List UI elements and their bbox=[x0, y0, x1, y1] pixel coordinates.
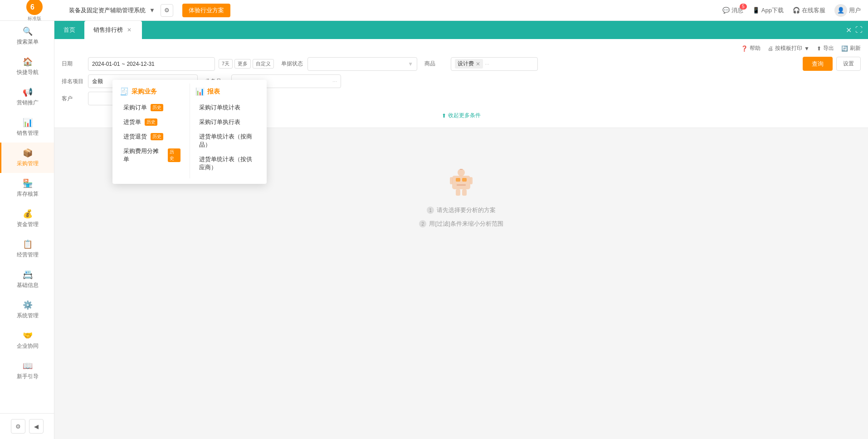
tab-sales-rank[interactable]: 销售排行榜 ✕ bbox=[84, 21, 142, 39]
headset-icon: 🎧 bbox=[793, 7, 800, 14]
sidebar-item-system[interactable]: ⚙️ 系统管理 bbox=[0, 295, 54, 325]
menu-item-purchase-fee[interactable]: 采购费用分摊单 历史 bbox=[120, 144, 184, 167]
sidebar-item-label-guide: 新手引导 bbox=[17, 373, 39, 380]
sidebar-item-label-search: 搜索菜单 bbox=[17, 38, 39, 46]
sidebar-collapse-button[interactable]: ◀ bbox=[29, 419, 44, 434]
menu-item-po-stats[interactable]: 采购订单统计表 bbox=[195, 100, 260, 115]
menu-item-po-execution[interactable]: 采购订单执行表 bbox=[195, 115, 260, 129]
sidebar-item-marketing[interactable]: 📢 营销推广 bbox=[0, 82, 54, 112]
empty-tip-2: 2 用[过滤]条件来缩小分析范围 bbox=[419, 220, 503, 228]
svg-rect-4 bbox=[457, 184, 466, 186]
popup-divider bbox=[190, 84, 190, 178]
date-more-btn[interactable]: 更多 bbox=[234, 59, 251, 69]
menu-item-receive-by-supplier[interactable]: 进货单统计表（按供应商） bbox=[195, 152, 260, 175]
menu-item-purchase-return[interactable]: 进货退货 历史 bbox=[120, 129, 184, 144]
goods-tag: 设计费 ✕ bbox=[455, 59, 483, 69]
history-badge-2: 历史 bbox=[145, 118, 157, 126]
experience-button[interactable]: 体验行业方案 bbox=[182, 4, 230, 17]
base-icon: 📇 bbox=[23, 270, 33, 280]
goods-input[interactable]: 设计费 ✕ ··· bbox=[451, 57, 538, 71]
sidebar-item-nav[interactable]: 🏠 快捷导航 bbox=[0, 51, 54, 82]
sidebar-item-label-nav: 快捷导航 bbox=[17, 69, 39, 76]
svg-rect-10 bbox=[460, 169, 463, 170]
tab-home[interactable]: 首页 bbox=[54, 21, 84, 39]
sidebar-item-inventory[interactable]: 🏪 库存核算 bbox=[0, 173, 54, 203]
svg-rect-6 bbox=[470, 177, 473, 184]
query-button[interactable]: 查询 bbox=[803, 57, 833, 71]
status-dropdown-icon: ▼ bbox=[408, 61, 413, 67]
goods-more-icon[interactable]: ··· bbox=[485, 61, 489, 67]
purchase-section-title: 🧾 采购业务 bbox=[120, 87, 184, 96]
home-icon: 🏠 bbox=[23, 57, 33, 67]
print-button[interactable]: 🖨 按模板打印 ▼ bbox=[768, 44, 809, 52]
sidebar-item-label-marketing: 营销推广 bbox=[17, 99, 39, 107]
logo-area: 6 标准版 bbox=[7, 0, 62, 22]
sidebar-item-coop[interactable]: 🤝 企业协同 bbox=[0, 325, 54, 355]
filter-row-1: 日期 2024-01-01 ~ 2024-12-31 7天 更多 自定义 bbox=[62, 57, 861, 71]
finance-icon: 💰 bbox=[23, 209, 33, 219]
status-input[interactable]: ▼ bbox=[307, 57, 417, 71]
tab-close-icon[interactable]: ✕ bbox=[126, 26, 133, 34]
user-button[interactable]: 👤 用户 bbox=[834, 4, 861, 17]
tab-close-all-button[interactable]: ✕ bbox=[846, 26, 852, 35]
sidebar-settings-button[interactable]: ⚙ bbox=[11, 419, 25, 434]
sidebar: 🔍 搜索菜单 🏠 快捷导航 📢 营销推广 📊 销售管理 📦 采购管理 🏪 库存核… bbox=[0, 21, 54, 439]
salesman-more-icon[interactable]: ··· bbox=[332, 78, 337, 84]
goods-tag-close[interactable]: ✕ bbox=[476, 61, 480, 67]
app-download-button[interactable]: 📱 App下载 bbox=[752, 6, 784, 15]
sidebar-item-finance[interactable]: 💰 资金管理 bbox=[0, 203, 54, 234]
sidebar-item-search[interactable]: 🔍 搜索菜单 bbox=[0, 21, 54, 51]
refresh-button[interactable]: 🔄 刷新 bbox=[841, 44, 861, 52]
purchase-business-section: 🧾 采购业务 采购订单 历史 进货单 历史 进货退货 bbox=[116, 84, 188, 178]
print-dropdown-icon[interactable]: ▼ bbox=[804, 45, 809, 52]
sidebar-item-guide[interactable]: 📖 新手引导 bbox=[0, 355, 54, 386]
menu-item-receive-by-goods[interactable]: 进货单统计表（按商品） bbox=[195, 129, 260, 152]
print-label: 按模板打印 bbox=[775, 44, 802, 52]
sidebar-item-label-base: 基础信息 bbox=[17, 281, 39, 289]
user-avatar: 👤 bbox=[834, 4, 847, 17]
sidebar-item-operation[interactable]: 📋 经营管理 bbox=[0, 234, 54, 264]
sales-icon: 📊 bbox=[23, 118, 33, 128]
print-icon: 🖨 bbox=[768, 45, 773, 52]
tab-sales-rank-label: 销售排行榜 bbox=[93, 26, 123, 34]
date-custom-btn[interactable]: 自定义 bbox=[253, 59, 274, 69]
sidebar-item-sales[interactable]: 📊 销售管理 bbox=[0, 112, 54, 143]
filter-date: 日期 2024-01-01 ~ 2024-12-31 7天 更多 自定义 bbox=[62, 57, 274, 71]
online-service-button[interactable]: 🎧 在线客服 bbox=[793, 6, 825, 15]
menu-item-purchase-receive[interactable]: 进货单 历史 bbox=[120, 115, 184, 129]
sidebar-item-purchase[interactable]: 📦 采购管理 bbox=[0, 143, 54, 173]
tab-home-label: 首页 bbox=[63, 26, 75, 34]
system-icon: ⚙️ bbox=[23, 300, 33, 310]
system-title-area: 装备及固定资产辅助管理系统 ▼ ⚙ 体验行业方案 bbox=[69, 4, 230, 17]
purchase-icon: 📦 bbox=[23, 148, 33, 158]
export-label: 导出 bbox=[823, 44, 834, 52]
top-header: 6 标准版 装备及固定资产辅助管理系统 ▼ ⚙ 体验行业方案 💬 消息 5 📱 … bbox=[0, 0, 868, 21]
setting-button[interactable]: 设置 bbox=[836, 57, 861, 71]
sidebar-item-label-inventory: 库存核算 bbox=[17, 190, 39, 198]
operation-icon: 📋 bbox=[23, 239, 33, 249]
coop-icon: 🤝 bbox=[23, 330, 33, 340]
menu-item-purchase-order[interactable]: 采购订单 历史 bbox=[120, 100, 184, 115]
tab-maximize-button[interactable]: ⛶ bbox=[855, 26, 863, 34]
help-label: 帮助 bbox=[750, 44, 761, 52]
sidebar-bottom: ⚙ ◀ bbox=[0, 413, 54, 439]
help-button[interactable]: ❓ 帮助 bbox=[741, 44, 761, 52]
svg-text:6: 6 bbox=[30, 3, 34, 11]
history-badge: 历史 bbox=[151, 104, 163, 111]
system-dropdown-icon[interactable]: ▼ bbox=[149, 7, 155, 14]
report-section-title: 📊 报表 bbox=[195, 87, 260, 96]
svg-point-9 bbox=[458, 169, 465, 176]
marketing-icon: 📢 bbox=[23, 87, 33, 97]
message-badge: 5 bbox=[740, 4, 747, 10]
filter-goods: 商品 设计费 ✕ ··· bbox=[424, 57, 538, 71]
export-button[interactable]: ⬆ 导出 bbox=[817, 44, 834, 52]
empty-illustration bbox=[443, 164, 479, 201]
content-area: 首页 销售排行榜 ✕ ✕ ⛶ ❓ 帮助 bbox=[54, 21, 868, 439]
report-section-icon: 📊 bbox=[195, 87, 205, 96]
sidebar-item-label-operation: 经营管理 bbox=[17, 251, 39, 259]
date-range-input[interactable]: 2024-01-01 ~ 2024-12-31 bbox=[88, 57, 215, 71]
gear-button[interactable]: ⚙ bbox=[161, 4, 173, 17]
message-button[interactable]: 💬 消息 5 bbox=[722, 6, 743, 15]
date-7days-btn[interactable]: 7天 bbox=[219, 59, 233, 69]
sidebar-item-base[interactable]: 📇 基础信息 bbox=[0, 264, 54, 295]
